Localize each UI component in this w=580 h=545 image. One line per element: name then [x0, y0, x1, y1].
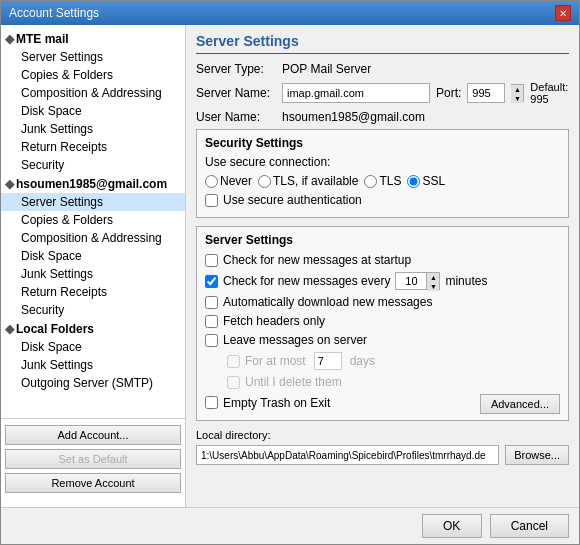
radio-tls-label[interactable]: TLS: [364, 174, 401, 188]
sidebar-item-junk-mte[interactable]: Junk Settings: [1, 120, 185, 138]
account-settings-window: Account Settings ✕ ◆MTE mail Server Sett…: [0, 0, 580, 545]
auto-download-label: Automatically download new messages: [223, 295, 432, 309]
radio-tls[interactable]: [364, 175, 377, 188]
local-dir-input[interactable]: [196, 445, 499, 465]
port-up-button[interactable]: ▲: [511, 85, 523, 94]
ok-button[interactable]: OK: [422, 514, 482, 538]
radio-never[interactable]: [205, 175, 218, 188]
auto-download-row: Automatically download new messages: [205, 294, 560, 310]
sidebar-tree: ◆MTE mail Server Settings Copies & Folde…: [1, 29, 185, 418]
fetch-headers-checkbox[interactable]: [205, 315, 218, 328]
fetch-headers-label: Fetch headers only: [223, 314, 325, 328]
port-input[interactable]: [467, 83, 505, 103]
dialog-footer: OK Cancel: [1, 507, 579, 544]
sidebar-item-disk-mte[interactable]: Disk Space: [1, 102, 185, 120]
leave-messages-checkbox[interactable]: [205, 334, 218, 347]
sidebar-item-disk-gmail[interactable]: Disk Space: [1, 247, 185, 265]
check-every-spinner-btns[interactable]: ▲ ▼: [427, 272, 440, 290]
check-every-spinner: ▲ ▼: [395, 272, 440, 290]
port-label: Port:: [436, 86, 461, 100]
radio-ssl[interactable]: [407, 175, 420, 188]
server-type-value: POP Mail Server: [282, 62, 371, 76]
window-title: Account Settings: [9, 6, 99, 20]
check-every-up[interactable]: ▲: [427, 273, 439, 282]
server-name-input[interactable]: [282, 83, 430, 103]
sidebar-item-copies-gmail[interactable]: Copies & Folders: [1, 211, 185, 229]
browse-button[interactable]: Browse...: [505, 445, 569, 465]
sidebar-item-security-mte[interactable]: Security: [1, 156, 185, 174]
check-every-row: Check for new messages every ▲ ▼ minutes: [205, 271, 560, 291]
check-every-input[interactable]: [395, 272, 427, 290]
sidebar-account-mte[interactable]: ◆MTE mail: [1, 29, 185, 48]
radio-never-text: Never: [220, 174, 252, 188]
port-spinner[interactable]: ▲ ▼: [511, 84, 524, 102]
sidebar-buttons: Add Account... Set as Default Remove Acc…: [1, 418, 185, 503]
sidebar-account-gmail[interactable]: ◆hsoumen1985@gmail.com: [1, 174, 185, 193]
until-delete-checkbox[interactable]: [227, 376, 240, 389]
local-dir-section: Local directory: Browse...: [196, 429, 569, 465]
check-startup-checkbox[interactable]: [205, 254, 218, 267]
username-label: User Name:: [196, 110, 276, 124]
secure-auth-row: Use secure authentication: [205, 192, 560, 208]
username-row: User Name: hsoumen1985@gmail.com: [196, 110, 569, 124]
empty-trash-row: Empty Trash on Exit: [205, 395, 330, 411]
local-dir-label: Local directory:: [196, 429, 569, 441]
auto-download-checkbox[interactable]: [205, 296, 218, 309]
sidebar-item-security-gmail[interactable]: Security: [1, 301, 185, 319]
sidebar-item-composition-mte[interactable]: Composition & Addressing: [1, 84, 185, 102]
username-value: hsoumen1985@gmail.com: [282, 110, 425, 124]
port-default-label: Default: 995: [530, 81, 569, 105]
empty-trash-checkbox[interactable]: [205, 396, 218, 409]
add-account-button[interactable]: Add Account...: [5, 425, 181, 445]
sidebar-account-local[interactable]: ◆Local Folders: [1, 319, 185, 338]
radio-tls-avail-text: TLS, if available: [273, 174, 358, 188]
check-every-unit: minutes: [445, 274, 487, 288]
set-default-button[interactable]: Set as Default: [5, 449, 181, 469]
sidebar-item-receipts-mte[interactable]: Return Receipts: [1, 138, 185, 156]
sidebar-item-copies-mte[interactable]: Copies & Folders: [1, 66, 185, 84]
sidebar-item-server-settings-gmail[interactable]: Server Settings: [1, 193, 185, 211]
cancel-button[interactable]: Cancel: [490, 514, 569, 538]
radio-never-label[interactable]: Never: [205, 174, 252, 188]
close-button[interactable]: ✕: [555, 5, 571, 21]
until-delete-label: Until I delete them: [245, 375, 342, 389]
for-at-most-label: For at most: [245, 354, 306, 368]
security-section: Security Settings Use secure connection:…: [196, 129, 569, 218]
check-every-down[interactable]: ▼: [427, 282, 439, 291]
check-every-checkbox[interactable]: [205, 275, 218, 288]
radio-ssl-label[interactable]: SSL: [407, 174, 445, 188]
main-panel: Server Settings Server Type: POP Mail Se…: [186, 25, 579, 507]
for-at-most-unit: days: [350, 354, 375, 368]
sidebar: ◆MTE mail Server Settings Copies & Folde…: [1, 25, 186, 507]
for-at-most-row: For at most days: [205, 351, 560, 371]
for-at-most-checkbox[interactable]: [227, 355, 240, 368]
for-at-most-input[interactable]: [314, 352, 342, 370]
server-name-label: Server Name:: [196, 86, 276, 100]
sidebar-item-junk-gmail[interactable]: Junk Settings: [1, 265, 185, 283]
remove-account-button[interactable]: Remove Account: [5, 473, 181, 493]
sidebar-item-receipts-gmail[interactable]: Return Receipts: [1, 283, 185, 301]
secure-connection-row: Use secure connection:: [205, 155, 560, 169]
check-every-label: Check for new messages every: [223, 274, 390, 288]
radio-tls-avail-label[interactable]: TLS, if available: [258, 174, 358, 188]
port-down-button[interactable]: ▼: [511, 94, 523, 103]
empty-trash-label: Empty Trash on Exit: [223, 396, 330, 410]
sidebar-item-disk-local[interactable]: Disk Space: [1, 338, 185, 356]
radio-ssl-text: SSL: [422, 174, 445, 188]
content-area: ◆MTE mail Server Settings Copies & Folde…: [1, 25, 579, 507]
sidebar-item-outgoing-local[interactable]: Outgoing Server (SMTP): [1, 374, 185, 392]
leave-messages-label: Leave messages on server: [223, 333, 367, 347]
sidebar-item-server-settings-mte[interactable]: Server Settings: [1, 48, 185, 66]
secure-auth-checkbox[interactable]: [205, 194, 218, 207]
secure-connection-label: Use secure connection:: [205, 155, 330, 169]
server-settings-section-title: Server Settings: [205, 233, 560, 247]
sidebar-item-composition-gmail[interactable]: Composition & Addressing: [1, 229, 185, 247]
secure-radio-group: Never TLS, if available TLS SSL: [205, 174, 560, 188]
secure-auth-label: Use secure authentication: [223, 193, 362, 207]
radio-tls-available[interactable]: [258, 175, 271, 188]
server-name-row: Server Name: Port: ▲ ▼ Default: 995: [196, 81, 569, 105]
sidebar-item-junk-local[interactable]: Junk Settings: [1, 356, 185, 374]
fetch-headers-row: Fetch headers only: [205, 313, 560, 329]
advanced-button[interactable]: Advanced...: [480, 394, 560, 414]
check-startup-row: Check for new messages at startup: [205, 252, 560, 268]
